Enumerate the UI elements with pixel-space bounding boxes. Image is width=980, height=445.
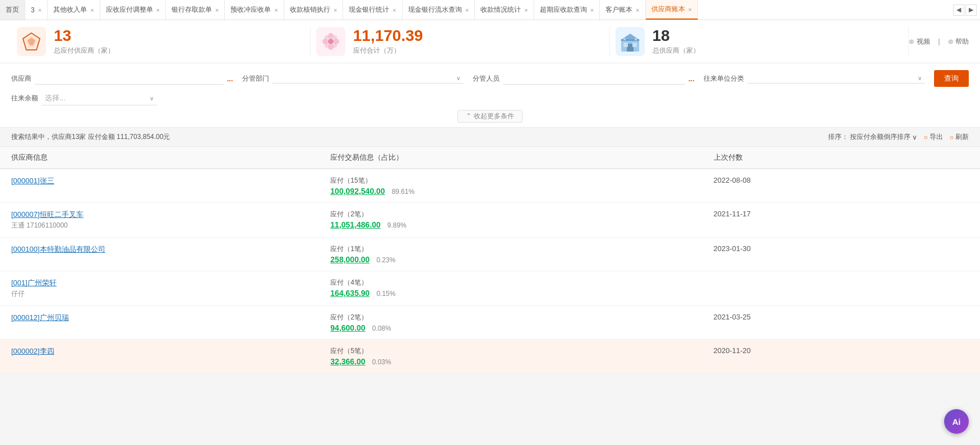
nav-tab-cashbank-flow-label: 现金银行流水查询: [408, 5, 462, 15]
table-row[interactable]: [000007]恒旺二手叉车 王通 17106110000 应付（2笔） 11,…: [0, 203, 980, 238]
close-icon[interactable]: ×: [90, 7, 94, 13]
collapse-button[interactable]: ⌃ 收起更多条件: [457, 110, 522, 123]
transaction-cell: 应付（15笔） 100,092,540.00 89.61%: [330, 176, 713, 196]
close-icon[interactable]: ×: [688, 6, 692, 13]
supplier-link[interactable]: [000007]恒旺二手叉车: [11, 210, 330, 220]
tx-amount[interactable]: 11,051,486.00: [330, 220, 381, 229]
stat-label-payable-suppliers: 总应付供应商（家）: [54, 46, 114, 55]
transaction-cell: 应付（5笔） 32,366.00 0.03%: [330, 346, 713, 366]
svg-point-9: [332, 35, 337, 40]
nav-tab-adjustment[interactable]: 应收应付调整单 ×: [100, 0, 166, 20]
close-icon[interactable]: ×: [465, 7, 469, 13]
tx-label: 应付（5笔）: [330, 346, 713, 356]
top-nav: 首页 3 × 其他收入单 × 应收应付调整单 × 银行存取款单 × 预收冲应收单…: [0, 0, 980, 20]
nav-tab-advance[interactable]: 预收冲应收单 ×: [225, 0, 284, 20]
person-input[interactable]: [503, 73, 685, 85]
svg-rect-19: [635, 38, 637, 40]
table-row[interactable]: [000002]李四 应付（5笔） 32,366.00 0.03% 2020-1…: [0, 340, 980, 373]
nav-tab-customer-ledger[interactable]: 客户账本 ×: [600, 0, 645, 20]
category-select[interactable]: ∨: [747, 73, 926, 84]
svg-point-8: [325, 35, 329, 40]
lastpay-cell: 2022-08-08: [714, 176, 969, 184]
close-icon[interactable]: ×: [38, 7, 41, 13]
sort-area: 排序： 按应付余额倒序排序 ∨ ○ 导出 ○ 刷新: [828, 132, 969, 142]
table-row[interactable]: [000012]广州贝瑞 应付（2笔） 94,600.00 0.08% 2021…: [0, 306, 980, 340]
tx-amount[interactable]: 32,366.00: [330, 357, 365, 366]
supplier-dots[interactable]: ...: [227, 75, 233, 83]
refresh-button[interactable]: ○ 刷新: [950, 132, 969, 142]
nav-tab-adjustment-label: 应收应付调整单: [106, 5, 153, 15]
supplier-cell: [001]广州荣轩 仔仔: [11, 278, 330, 299]
close-icon[interactable]: ×: [392, 7, 396, 13]
category-chevron-icon: ∨: [918, 75, 922, 81]
svg-rect-18: [623, 38, 626, 40]
tx-amount[interactable]: 100,092,540.00: [330, 187, 385, 196]
refresh-circle-icon: ○: [950, 133, 954, 141]
nav-prev-arrow[interactable]: ◀: [953, 4, 964, 16]
results-summary: 搜索结果中，供应商13家 应付金额 111,703,854.00元: [11, 132, 170, 142]
close-icon[interactable]: ×: [334, 7, 337, 13]
video-help-link[interactable]: ⊙ 视频: [909, 37, 930, 47]
table-row[interactable]: [001]广州荣轩 仔仔 应付（4笔） 164,635.90 0.15%: [0, 271, 980, 306]
nav-tab-overdue[interactable]: 超期应收款查询 ×: [534, 0, 600, 20]
balance-select[interactable]: 选择... ∨: [41, 91, 157, 105]
export-button[interactable]: ○ 导出: [924, 132, 943, 142]
nav-tab-3[interactable]: 3 ×: [25, 0, 48, 20]
help-link[interactable]: ⊙ 帮助: [948, 37, 969, 47]
nav-tab-collection-stat-label: 收款情况统计: [480, 5, 521, 15]
supplier-link[interactable]: [000012]广州贝瑞: [11, 313, 330, 323]
lastpay-cell: 2023-01-30: [714, 244, 969, 253]
supplier-cell: [000100]本特勤油品有限公司: [11, 244, 330, 256]
nav-tab-home[interactable]: 首页: [0, 0, 25, 20]
tx-amount[interactable]: 164,635.90: [330, 289, 369, 298]
person-dots[interactable]: ...: [688, 75, 695, 83]
svg-rect-16: [632, 43, 637, 47]
stat-block-payable-total: 11,170.39 应付合计（万）: [311, 27, 610, 56]
stat-icon-diamond: [17, 27, 46, 56]
nav-tab-3-label: 3: [31, 6, 35, 14]
nav-tab-supplier-ledger[interactable]: 供应商账本 ×: [646, 0, 698, 20]
header-supplier: 供应商信息: [11, 152, 330, 163]
supplier-link[interactable]: [001]广州荣轩: [11, 278, 330, 288]
transaction-cell: 应付（4笔） 164,635.90 0.15%: [330, 278, 713, 298]
nav-tab-collection[interactable]: 收款核销执行 ×: [284, 0, 343, 20]
sort-label: 排序：: [828, 132, 848, 142]
help-separator: ｜: [936, 37, 942, 47]
supplier-link[interactable]: [000002]李四: [11, 346, 330, 356]
search-button[interactable]: 查询: [934, 70, 969, 87]
nav-tab-cashbank-stat[interactable]: 现金银行统计 ×: [343, 0, 402, 20]
close-icon[interactable]: ×: [524, 7, 528, 13]
stat-label-total-suppliers: 总供应商（家）: [653, 46, 700, 55]
supplier-input[interactable]: [35, 73, 224, 85]
tx-percent: 0.08%: [372, 325, 391, 332]
close-icon[interactable]: ×: [156, 7, 160, 13]
nav-tab-other-income[interactable]: 其他收入单 ×: [48, 0, 100, 20]
dept-select[interactable]: ∨: [272, 73, 464, 84]
sort-button[interactable]: 排序： 按应付余额倒序排序 ∨: [828, 132, 917, 142]
tx-amount[interactable]: 258,000.00: [330, 255, 369, 264]
svg-point-3: [328, 39, 334, 44]
supplier-link[interactable]: [000100]本特勤油品有限公司: [11, 244, 330, 254]
person-filter-label: 分管人员: [473, 74, 500, 84]
close-icon[interactable]: ×: [636, 7, 639, 13]
table-row[interactable]: [000001]张三 应付（15笔） 100,092,540.00 89.61%…: [0, 169, 980, 203]
nav-next-arrow[interactable]: ▶: [965, 4, 977, 16]
header-lastpay: 上次付数: [714, 152, 969, 163]
stats-bar: 13 总应付供应商（家） 11,170.39 应付合计（万）: [0, 20, 980, 63]
nav-tab-bank[interactable]: 银行存取款单 ×: [166, 0, 225, 20]
close-icon[interactable]: ×: [215, 7, 219, 13]
supplier-cell: [000001]张三: [11, 176, 330, 187]
supplier-link[interactable]: [000001]张三: [11, 176, 330, 186]
table-row[interactable]: [000100]本特勤油品有限公司 应付（1笔） 258,000.00 0.23…: [0, 238, 980, 271]
nav-arrows: ◀ ▶: [950, 4, 980, 16]
supplier-cell: [000007]恒旺二手叉车 王通 17106110000: [11, 210, 330, 230]
stat-text-total-suppliers: 18 总供应商（家）: [653, 27, 700, 55]
nav-tab-collection-stat[interactable]: 收款情况统计 ×: [475, 0, 534, 20]
lastpay-date: 2021-03-25: [714, 313, 751, 321]
tx-amount[interactable]: 94,600.00: [330, 323, 365, 332]
close-icon[interactable]: ×: [590, 7, 594, 13]
nav-tab-cashbank-stat-label: 现金银行统计: [349, 5, 389, 15]
nav-tab-cashbank-flow[interactable]: 现金银行流水查询 ×: [403, 0, 475, 20]
close-icon[interactable]: ×: [274, 7, 278, 13]
tx-label: 应付（2笔）: [330, 210, 713, 219]
